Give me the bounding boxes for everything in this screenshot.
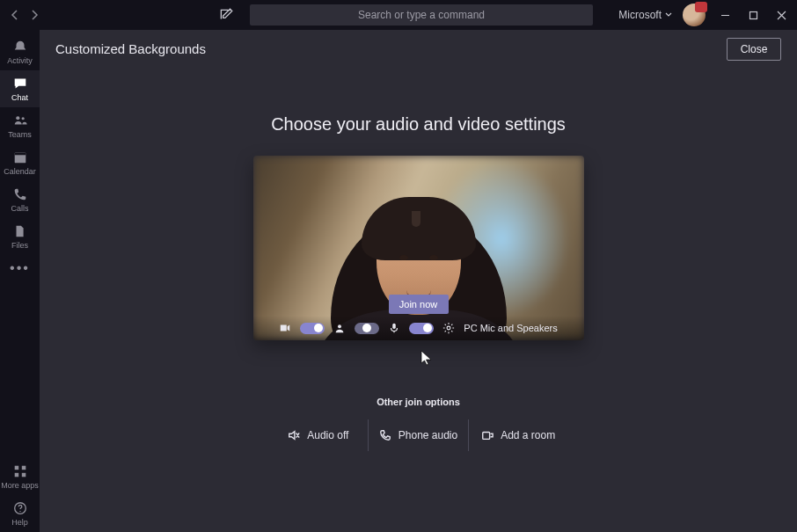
svg-rect-0 — [749, 11, 757, 18]
svg-rect-14 — [483, 433, 490, 440]
svg-rect-12 — [393, 324, 397, 329]
rail-label: Help — [11, 518, 28, 527]
app-rail: Activity Chat Teams Calendar Calls Files… — [0, 30, 40, 532]
device-label[interactable]: PC Mic and Speakers — [464, 323, 557, 333]
option-phone-audio[interactable]: Phone audio — [368, 419, 468, 451]
mouse-cursor-icon — [420, 350, 433, 366]
rail-label: Chat — [11, 93, 28, 102]
rail-label: More apps — [1, 481, 39, 490]
rail-item-teams[interactable]: Teams — [0, 107, 40, 144]
phone-icon — [379, 429, 391, 441]
panel-title: Customized Backgrounds — [55, 41, 206, 56]
rail-overflow-button[interactable]: ••• — [10, 255, 30, 281]
rail-label: Calendar — [4, 167, 36, 176]
svg-point-2 — [21, 117, 24, 120]
other-options-row: Audio off Phone audio Add a room — [269, 419, 568, 451]
rail-item-more-apps[interactable]: More apps — [0, 458, 40, 495]
join-now-button[interactable]: Join now — [389, 295, 449, 314]
settings-gear-icon[interactable] — [442, 322, 455, 334]
svg-point-10 — [19, 511, 20, 512]
search-input[interactable]: Search or type a command — [250, 4, 593, 26]
rail-label: Calls — [11, 204, 28, 213]
window-maximize-button[interactable] — [744, 6, 762, 24]
rail-item-files[interactable]: Files — [0, 218, 40, 255]
mic-icon — [388, 322, 400, 334]
room-icon — [481, 429, 494, 441]
user-avatar[interactable] — [683, 4, 706, 26]
other-options-label: Other join options — [377, 397, 460, 407]
device-bar: PC Mic and Speakers — [253, 316, 584, 340]
camera-icon — [279, 322, 291, 334]
stage: Choose your audio and video settings Joi… — [40, 69, 797, 532]
background-fx-icon — [333, 322, 346, 334]
rail-label: Activity — [7, 56, 33, 65]
audio-off-icon — [288, 429, 300, 441]
window-minimize-button[interactable] — [716, 6, 734, 24]
compose-icon[interactable] — [218, 7, 234, 23]
svg-rect-8 — [21, 473, 26, 477]
close-button[interactable]: Close — [727, 38, 781, 61]
join-now-label: Join now — [399, 299, 437, 310]
background-fx-toggle[interactable] — [355, 323, 379, 334]
option-label: Add a room — [501, 429, 555, 441]
org-label: Microsoft — [618, 9, 662, 21]
rail-item-calls[interactable]: Calls — [0, 181, 40, 218]
svg-rect-7 — [14, 473, 18, 477]
svg-point-1 — [16, 116, 19, 120]
pre-join-panel: Customized Backgrounds Close Choose your… — [40, 30, 797, 532]
window-close-button[interactable] — [772, 6, 790, 24]
svg-point-13 — [447, 326, 450, 330]
option-audio-off[interactable]: Audio off — [269, 419, 369, 451]
rail-label: Files — [11, 241, 28, 250]
close-button-label: Close — [741, 43, 768, 55]
option-label: Phone audio — [398, 429, 457, 441]
video-preview: Join now PC Mic and Speakers — [253, 156, 584, 340]
rail-item-calendar[interactable]: Calendar — [0, 144, 40, 181]
panel-header: Customized Backgrounds Close — [40, 30, 797, 69]
svg-point-11 — [338, 324, 341, 328]
option-add-room[interactable]: Add a room — [468, 419, 568, 451]
mic-toggle[interactable] — [409, 323, 434, 334]
svg-rect-6 — [21, 466, 26, 470]
rail-item-help[interactable]: Help — [0, 495, 40, 532]
camera-toggle[interactable] — [300, 323, 325, 334]
svg-rect-5 — [14, 466, 18, 470]
stage-heading: Choose your audio and video settings — [271, 114, 566, 135]
rail-item-chat[interactable]: Chat — [0, 70, 40, 107]
rail-item-activity[interactable]: Activity — [0, 33, 40, 70]
nav-back-button[interactable] — [7, 7, 23, 23]
search-placeholder: Search or type a command — [358, 9, 485, 21]
svg-rect-4 — [14, 153, 26, 156]
titlebar: Search or type a command Microsoft — [0, 0, 797, 30]
option-label: Audio off — [307, 429, 348, 441]
org-selector[interactable]: Microsoft — [618, 9, 672, 21]
rail-label: Teams — [8, 130, 32, 139]
nav-forward-button[interactable] — [26, 7, 42, 23]
